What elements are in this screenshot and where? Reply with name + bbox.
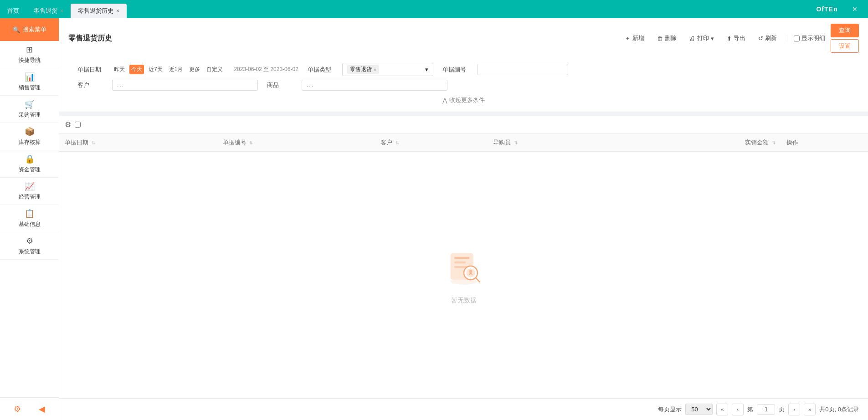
sidebar-item-quick-nav[interactable]: ⊞ 快捷导航 bbox=[0, 41, 59, 68]
shortcut-yesterday[interactable]: 昨天 bbox=[112, 65, 127, 74]
refresh-icon: ↺ bbox=[758, 35, 763, 42]
col-guide-label: 导购员 bbox=[493, 139, 511, 146]
date-range-display: 2023-06-02 至 2023-06-02 bbox=[234, 66, 298, 73]
col-voucher-label: 单据编号 bbox=[223, 139, 247, 146]
sidebar-item-operations[interactable]: 📈 经营管理 bbox=[0, 178, 59, 205]
sidebar-settings-button[interactable]: ⚙ bbox=[14, 404, 21, 414]
tab-retail-return-history[interactable]: 零售退货历史 × bbox=[71, 4, 127, 18]
page-number-input[interactable]: 1 bbox=[757, 404, 775, 415]
print-button[interactable]: 🖨 打印 ▾ bbox=[686, 32, 718, 44]
pagination-last-button[interactable]: » bbox=[804, 404, 816, 415]
col-customer-sort-icon[interactable]: ⇅ bbox=[395, 140, 399, 145]
col-amount-sort-icon[interactable]: ⇅ bbox=[772, 140, 776, 145]
sidebar-item-inventory[interactable]: 📦 库存核算 bbox=[0, 123, 59, 150]
tab-retail-return[interactable]: 零售退货 × bbox=[26, 4, 71, 18]
operations-icon: 📈 bbox=[25, 181, 35, 191]
col-date-sort-icon[interactable]: ⇅ bbox=[92, 140, 95, 145]
col-guide-sort-icon[interactable]: ⇅ bbox=[514, 140, 518, 145]
type-filter-tag: 零售退货 × bbox=[347, 65, 379, 74]
export-label: 导出 bbox=[734, 34, 745, 42]
tab-home[interactable]: 首页 bbox=[0, 4, 26, 18]
filter-area: 单据日期 昨天 今天 近7天 近1月 更多 自定义 2023-06-02 至 2… bbox=[68, 58, 859, 112]
col-action: 操作 bbox=[781, 134, 868, 152]
finance-icon: 🔒 bbox=[25, 154, 35, 164]
voucher-filter-label: 单据编号 bbox=[442, 66, 468, 74]
sidebar-item-system[interactable]: ⚙ 系统管理 bbox=[0, 232, 59, 260]
sidebar-item-sales[interactable]: 📊 销售管理 bbox=[0, 68, 59, 96]
col-voucher-sort-icon[interactable]: ⇅ bbox=[249, 140, 253, 145]
col-amount-label: 实销金额 bbox=[745, 139, 769, 146]
empty-state: 暂无数据 bbox=[59, 152, 868, 398]
customer-filter-label: 客户 bbox=[77, 81, 103, 89]
per-page-label: 每页显示 bbox=[658, 405, 682, 414]
pagination-prev-button[interactable]: ‹ bbox=[732, 404, 744, 415]
goods-ellipsis: ... bbox=[307, 82, 314, 88]
window-close-button[interactable]: × bbox=[848, 5, 861, 14]
page-label: 第 bbox=[747, 405, 753, 414]
topbar: 首页 零售退货 × 零售退货历史 × OfTEn × bbox=[0, 0, 868, 18]
voucher-filter-input[interactable] bbox=[477, 64, 568, 75]
per-page-select[interactable]: 50 10 20 100 bbox=[685, 404, 713, 415]
system-icon: ⚙ bbox=[26, 236, 33, 246]
sidebar-item-finance-label: 资金管理 bbox=[19, 166, 41, 174]
show-detail-checkbox[interactable] bbox=[794, 36, 800, 41]
sidebar-collapse-button[interactable]: ◀ bbox=[39, 404, 45, 414]
goods-filter-select[interactable]: ... bbox=[302, 80, 447, 91]
export-button[interactable]: ⬆ 导出 bbox=[723, 32, 749, 44]
shortcut-more[interactable]: 更多 bbox=[187, 65, 202, 74]
inventory-icon: 📦 bbox=[25, 127, 35, 137]
new-icon: ＋ bbox=[625, 34, 631, 42]
sidebar-item-operations-label: 经营管理 bbox=[19, 193, 41, 201]
pagination-next-button[interactable]: › bbox=[788, 404, 800, 415]
type-filter-tag-close[interactable]: × bbox=[374, 67, 376, 72]
tab-retail-return-history-label: 零售退货历史 bbox=[78, 7, 113, 15]
close-tab-retail-return[interactable]: × bbox=[60, 8, 63, 14]
total-count: 共0页, 0条记录 bbox=[819, 405, 859, 414]
delete-icon: 🗑 bbox=[657, 35, 663, 42]
purchase-icon: 🛒 bbox=[25, 99, 35, 109]
pagination-first-button[interactable]: « bbox=[716, 404, 728, 415]
table-container: ⚙ 单据日期 ⇅ 单据编号 ⇅ 客户 bbox=[59, 116, 868, 420]
customer-filter-select[interactable]: ... bbox=[112, 80, 258, 91]
shortcut-7days[interactable]: 近7天 bbox=[147, 65, 164, 74]
search-menu-button[interactable]: 🔍 搜索菜单 bbox=[0, 18, 59, 41]
query-button[interactable]: 查询 bbox=[831, 24, 859, 37]
sidebar-item-finance[interactable]: 🔒 资金管理 bbox=[0, 150, 59, 178]
table-settings-icon[interactable]: ⚙ bbox=[65, 120, 71, 129]
col-amount: 实销金额 ⇅ bbox=[623, 134, 781, 152]
show-detail-label: 显示明细 bbox=[801, 34, 825, 42]
filter-expand-btn[interactable]: ⋀ 收起更多条件 bbox=[77, 94, 850, 107]
col-date: 单据日期 ⇅ bbox=[59, 134, 217, 152]
col-voucher: 单据编号 ⇅ bbox=[217, 134, 375, 152]
setting-button[interactable]: 设置 bbox=[831, 39, 859, 53]
new-button[interactable]: ＋ 新增 bbox=[621, 32, 648, 44]
shortcut-1month[interactable]: 近1月 bbox=[167, 65, 185, 74]
shortcut-custom[interactable]: 自定义 bbox=[205, 65, 225, 74]
sidebar-item-purchase[interactable]: 🛒 采购管理 bbox=[0, 96, 59, 123]
close-tab-retail-return-history[interactable]: × bbox=[116, 8, 119, 14]
empty-icon bbox=[441, 246, 487, 291]
sidebar-item-basic-info[interactable]: 📋 基础信息 bbox=[0, 205, 59, 232]
type-filter-select[interactable]: 零售退货 × ▾ bbox=[342, 63, 433, 76]
sidebar-bottom: ⚙ ◀ bbox=[0, 397, 59, 420]
header-actions: ＋ 新增 🗑 删除 🖨 打印 ▾ ⬆ 导出 bbox=[621, 24, 859, 53]
export-icon: ⬆ bbox=[727, 35, 732, 42]
type-filter-chevron-icon: ▾ bbox=[425, 66, 428, 73]
collapse-icon: ⋀ bbox=[442, 97, 447, 104]
delete-label: 删除 bbox=[665, 34, 677, 42]
refresh-label: 刷新 bbox=[765, 34, 777, 42]
shortcut-today[interactable]: 今天 bbox=[129, 65, 144, 74]
select-all-checkbox[interactable] bbox=[75, 122, 81, 128]
divider bbox=[787, 35, 787, 42]
delete-button[interactable]: 🗑 删除 bbox=[653, 32, 680, 44]
topbar-right: OfTEn × bbox=[809, 5, 868, 14]
data-table: 单据日期 ⇅ 单据编号 ⇅ 客户 ⇅ 导购员 ⇅ bbox=[59, 134, 868, 152]
col-date-label: 单据日期 bbox=[65, 139, 88, 146]
sidebar-item-basic-info-label: 基础信息 bbox=[19, 220, 41, 228]
table-head: 单据日期 ⇅ 单据编号 ⇅ 客户 ⇅ 导购员 ⇅ bbox=[59, 134, 868, 152]
customer-ellipsis: ... bbox=[117, 82, 124, 88]
refresh-button[interactable]: ↺ 刷新 bbox=[755, 32, 781, 44]
svg-point-8 bbox=[469, 270, 472, 273]
sidebar: 🔍 搜索菜单 ⊞ 快捷导航 📊 销售管理 🛒 采购管理 📦 库存核算 🔒 bbox=[0, 18, 59, 420]
show-detail-checkbox-label[interactable]: 显示明细 bbox=[794, 34, 825, 42]
